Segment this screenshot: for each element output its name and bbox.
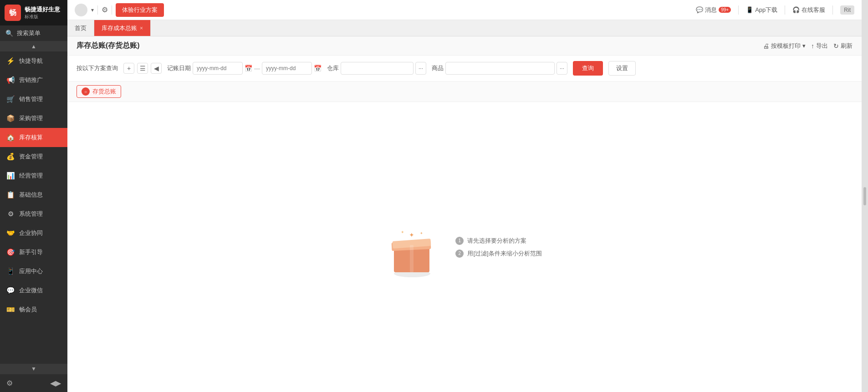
date-end-input[interactable] [262,62,312,75]
goods-more-button[interactable]: ··· [557,62,567,75]
sidebar-item-guide[interactable]: 🎯 新手引导 [0,243,67,262]
operations-icon: 📊 [6,172,15,180]
sidebar-item-label: 库存核算 [19,133,43,142]
sidebar-item-operations[interactable]: 📊 经营管理 [0,166,67,185]
app-download-label: App下载 [755,6,777,14]
sidebar-item-finance[interactable]: 💰 资金管理 [0,147,67,166]
sub-filter-item[interactable]: ○ 存货总账 [77,85,121,98]
edition-label: 标准版 [25,14,60,20]
user-dropdown-button[interactable]: ▾ [91,7,94,13]
filter-row: 按以下方案查询 + ☰ ◀ 记账日期 📅 — 📅 仓库 [77,61,853,76]
tip-num-2: 2 [455,249,464,258]
tip-item-2: 2 用[过滤]条件来缩小分析范围 [455,249,541,258]
sub-filter-icon: ○ [82,87,90,96]
message-icon: 💬 [696,6,703,13]
sidebar-item-member[interactable]: 🎫 畅会员 [0,300,67,319]
topbar-gear-icon[interactable]: ⚙ [102,5,108,14]
settings-button[interactable]: 设置 [608,61,636,76]
goods-input[interactable] [445,62,555,75]
print-btn[interactable]: 🖨 按模板打印 ▾ [763,42,806,50]
filter-actions: + ☰ ◀ [123,63,162,74]
sidebar: 畅 畅捷通好生意 标准版 🔍 搜索菜单 ▲ ⚡ 快捷导航 📢 营销推广 🛒 销售… [0,0,67,392]
tab-home-label: 首页 [75,24,87,32]
avatar [75,4,87,16]
empty-state: ✦ ✦ ✦ [387,220,541,275]
warehouse-input[interactable] [341,62,414,75]
empty-box-svg: ✦ ✦ ✦ [387,220,442,279]
member-icon: 🎫 [6,305,15,314]
export-btn[interactable]: ↑ 导出 [811,42,828,50]
sidebar-item-inventory[interactable]: 🏠 库存核算 [0,128,67,147]
sidebar-item-label: 新手引导 [19,248,43,256]
filter-menu-button[interactable]: ☰ [137,63,148,74]
goods-label: 商品 [432,64,444,72]
sidebar-footer: ⚙ ◀▶ [0,374,67,392]
sales-icon: 🛒 [6,95,15,103]
tab-close-icon[interactable]: × [140,25,143,31]
sidebar-item-sales[interactable]: 🛒 销售管理 [0,90,67,109]
filter-collapse-button[interactable]: ◀ [151,63,162,74]
sidebar-item-label: 快捷导航 [19,57,43,65]
refresh-btn[interactable]: ↻ 刷新 [833,42,853,50]
sidebar-item-label: 销售管理 [19,95,43,103]
filter-label: 按以下方案查询 [77,64,118,72]
date-label: 记账日期 [167,64,191,72]
svg-rect-9 [410,245,414,272]
date-range-group: 记账日期 📅 — 📅 [167,62,322,75]
sidebar-item-wechat[interactable]: 💬 企业微信 [0,281,67,300]
tab-inventory-ledger[interactable]: 库存成本总账 × [94,20,151,36]
export-label: 导出 [816,42,828,50]
topbar-divider4 [785,5,785,15]
topbar-divider [97,5,98,15]
settings-footer-icon[interactable]: ⚙ [6,379,13,387]
right-edge-handle [863,187,866,205]
sub-filter-label: 存货总账 [92,87,116,96]
sidebar-item-app-center[interactable]: 📱 应用中心 [0,262,67,281]
page-area: 库存总账(存货总账) 🖨 按模板打印 ▾ ↑ 导出 ↻ 刷新 [67,36,862,392]
sidebar-item-system[interactable]: ⚙ 系统管理 [0,204,67,224]
filter-area: 按以下方案查询 + ☰ ◀ 记账日期 📅 — 📅 仓库 [67,56,862,81]
svg-text:✦: ✦ [401,230,404,234]
date-separator: — [254,65,260,72]
sidebar-item-marketing[interactable]: 📢 营销推广 [0,71,67,90]
right-edge[interactable] [862,0,868,392]
phone-icon: 📱 [746,6,753,13]
sidebar-item-label: 基础信息 [19,191,43,199]
sidebar-item-basics[interactable]: 📋 基础信息 [0,185,67,204]
warehouse-more-button[interactable]: ··· [415,62,426,75]
sidebar-item-label: 企业微信 [19,286,43,295]
warehouse-group: 仓库 ··· [327,62,426,75]
calendar-start-icon[interactable]: 📅 [245,65,252,72]
guide-icon: 🎯 [6,248,15,256]
print-dropdown-icon: ▾ [802,42,806,49]
calendar-end-icon[interactable]: 📅 [314,65,322,72]
app-download-item[interactable]: 📱 App下载 [746,6,777,14]
sidebar-search-label: 搜索菜单 [17,29,41,37]
date-start-input[interactable] [193,62,243,75]
finance-icon: 💰 [6,153,15,161]
search-button[interactable]: 查询 [573,61,603,76]
page-header-actions: 🖨 按模板打印 ▾ ↑ 导出 ↻ 刷新 [763,42,853,50]
tabs-bar: 首页 库存成本总账 × [67,20,862,36]
tab-home[interactable]: 首页 [67,20,94,36]
app-logo-text: 畅捷通好生意 标准版 [25,6,60,20]
user-name[interactable]: Rit [840,5,854,15]
sidebar-scroll-down[interactable]: ▼ [0,364,67,374]
sidebar-item-purchase[interactable]: 📦 采购管理 [0,109,67,128]
warehouse-label: 仓库 [327,64,339,72]
page-header: 库存总账(存货总账) 🖨 按模板打印 ▾ ↑ 导出 ↻ 刷新 [67,36,862,56]
sidebar-item-quick-nav[interactable]: ⚡ 快捷导航 [0,51,67,71]
app-center-icon: 📱 [6,267,15,275]
message-item[interactable]: 💬 消息 99+ [696,6,731,14]
sidebar-item-enterprise[interactable]: 🤝 企业协同 [0,224,67,243]
sidebar-search[interactable]: 🔍 搜索菜单 [0,25,67,41]
search-icon: 🔍 [5,30,13,37]
industry-btn[interactable]: 体验行业方案 [116,3,164,17]
filter-add-button[interactable]: + [123,63,134,74]
sidebar-scroll-up[interactable]: ▲ [0,41,67,51]
collapse-footer-icon[interactable]: ◀▶ [50,379,61,387]
export-icon: ↑ [811,42,814,50]
tip-text-1: 请先选择要分析的方案 [467,237,526,245]
sidebar-item-label: 企业协同 [19,229,43,237]
online-service-item[interactable]: 🎧 在线客服 [792,6,825,14]
